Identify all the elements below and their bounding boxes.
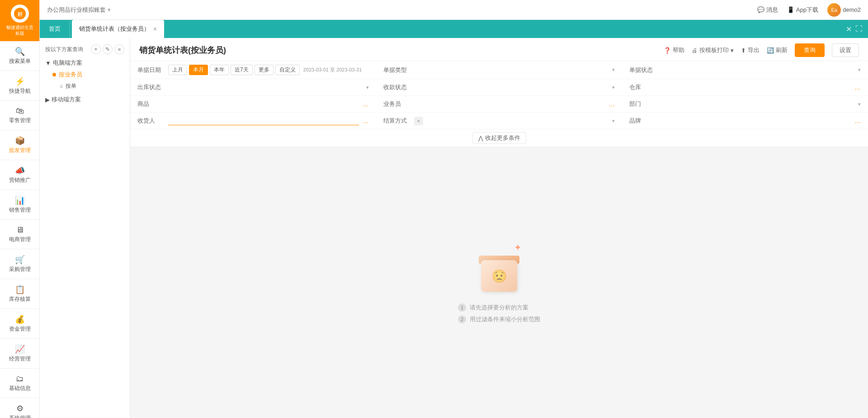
warehouse-input[interactable] — [660, 83, 851, 92]
date-this-month-btn[interactable]: 本月 — [189, 65, 208, 75]
dept-select-wrapper[interactable]: ▾ — [660, 100, 861, 109]
home-label: 首页 — [49, 25, 61, 33]
sidebar-item-nav[interactable]: ⚡ 快捷导航 — [0, 71, 39, 101]
main-area: 办公用品行业模拟账套 ▾ 💬 消息 📱 App下载 Ea demo2 首页 — [40, 0, 868, 418]
sidebar-item-base-info[interactable]: 🗂 基础信息 — [0, 369, 39, 398]
app-download-btn[interactable]: 📱 App下载 — [787, 6, 818, 14]
doc-status-select-wrapper[interactable]: ▾ — [660, 66, 861, 75]
tab-active[interactable]: 销货单统计表（按业务员） × — [72, 20, 164, 38]
avatar: Ea — [827, 3, 841, 17]
doc-type-chevron-icon: ▾ — [612, 67, 615, 73]
sidebar-item-retail[interactable]: 🛍 零售管理 — [0, 101, 39, 130]
sidebar-item-sales[interactable]: 📊 销售管理 — [0, 190, 39, 220]
sidebar-item-system[interactable]: ⚙ 系统管理 — [0, 398, 39, 418]
tree-plan-order[interactable]: ≡ 按单 — [40, 81, 130, 92]
date-this-year-btn[interactable]: 本年 — [210, 65, 229, 75]
page-header: 销货单统计表(按业务员) ❓ 帮助 🖨 按模板打印 ▾ ⬆ 导出 — [130, 38, 868, 61]
product-more-icon[interactable]: … — [363, 100, 369, 108]
sidebar-item-operations[interactable]: 📈 经营管理 — [0, 339, 39, 369]
doc-status-select[interactable] — [660, 66, 856, 75]
date-more-btn[interactable]: 更多 — [255, 65, 274, 75]
date-custom-btn[interactable]: 自定义 — [275, 65, 300, 75]
messages-btn[interactable]: 💬 消息 — [757, 6, 778, 14]
sidebar-item-inventory[interactable]: 📋 库存核算 — [0, 279, 39, 309]
sales-icon: 📊 — [15, 195, 25, 205]
collapse-btn-label: 收起更多条件 — [485, 134, 520, 142]
date-last7-btn[interactable]: 近7天 — [231, 65, 253, 75]
help-btn[interactable]: ❓ 帮助 — [664, 46, 684, 54]
sidebar-item-ecom[interactable]: 🖥 电商管理 — [0, 220, 39, 249]
dept-label: 部门 — [629, 100, 656, 108]
sidebar-item-purchase[interactable]: 🛒 采购管理 — [0, 249, 39, 279]
phone-icon: 📱 — [787, 6, 794, 13]
brand-input[interactable] — [660, 116, 851, 125]
tree-desktop-label: 电脑端方案 — [53, 59, 82, 67]
payment-select-wrapper[interactable]: ▾ — [425, 116, 615, 125]
user-profile-btn[interactable]: Ea demo2 — [827, 3, 861, 17]
doc-status-chevron-icon: ▾ — [858, 67, 861, 73]
tab-bar: 首页 销货单统计表（按业务员） × ✕ ⛶ — [40, 20, 868, 38]
sidebar-item-label: 系统管理 — [9, 414, 31, 418]
tab-close-btn[interactable]: × — [153, 25, 157, 33]
payment-tag-x[interactable]: × — [417, 118, 420, 124]
dept-chevron-icon: ▾ — [858, 101, 861, 107]
filter-dept-cell: 部门 ▾ — [622, 96, 868, 113]
receipt-status-select[interactable] — [414, 83, 610, 92]
consignee-input[interactable] — [168, 116, 359, 125]
star-icon: ✦ — [514, 242, 522, 253]
collapse-panel-btn[interactable]: « — [114, 44, 124, 54]
tree-mobile-group[interactable]: ▶ 移动端方案 — [40, 94, 130, 105]
wholesale-icon: 📦 — [15, 136, 25, 146]
sidebar-item-marketing[interactable]: 📣 营销推广 — [0, 160, 39, 190]
tree-desktop-group[interactable]: ▼ 电脑端方案 — [40, 57, 130, 69]
account-name: 办公用品行业模拟账套 — [47, 6, 106, 14]
collapse-row: ⋀ 收起更多条件 — [130, 129, 868, 147]
product-label: 商品 — [137, 100, 165, 108]
sidebar-item-label: 库存核算 — [9, 295, 31, 303]
window-close-btn[interactable]: ✕ — [846, 25, 852, 33]
edit-plan-btn[interactable]: ✎ — [103, 44, 113, 54]
tree-plan-staff[interactable]: 按业务员 — [40, 69, 130, 81]
tree-mobile-label: 移动端方案 — [52, 95, 81, 104]
out-status-select-wrapper[interactable]: ▾ — [168, 83, 369, 92]
content-area: 按以下方案查询 + ✎ « ▼ 电脑端方案 按业务员 ≡ 按单 ▶ — [40, 38, 868, 418]
help-icon: ❓ — [664, 47, 671, 54]
ecom-icon: 🖥 — [16, 225, 24, 235]
brand-more-icon[interactable]: … — [854, 117, 861, 124]
user-name: demo2 — [843, 6, 861, 13]
account-dropdown[interactable]: 办公用品行业模拟账套 ▾ — [47, 6, 111, 14]
sidebar-item-wholesale[interactable]: 📦 批发管理 — [0, 130, 39, 160]
sidebar-item-search[interactable]: 🔍 搜索菜单 — [0, 41, 39, 71]
warehouse-more-icon[interactable]: … — [854, 84, 861, 91]
template-print-btn[interactable]: 🖨 按模板打印 ▾ — [692, 46, 734, 54]
query-btn[interactable]: 查询 — [795, 43, 825, 57]
dept-select[interactable] — [660, 100, 856, 109]
settings-btn[interactable]: 设置 — [832, 43, 859, 57]
staff-input[interactable] — [414, 100, 605, 109]
payment-select[interactable] — [425, 116, 610, 125]
date-last-month-btn[interactable]: 上月 — [168, 65, 187, 75]
export-btn[interactable]: ⬆ 导出 — [741, 46, 760, 54]
sidebar-item-finance[interactable]: 💰 资金管理 — [0, 309, 39, 339]
tab-home[interactable]: 首页 — [40, 20, 70, 38]
window-max-btn[interactable]: ⛶ — [855, 25, 863, 33]
app-logo: 好 畅捷通好生意 标版 — [0, 0, 40, 41]
messages-label: 消息 — [766, 6, 778, 14]
out-status-select[interactable] — [168, 83, 364, 92]
retail-icon: 🛍 — [16, 106, 24, 116]
product-input[interactable] — [168, 100, 359, 109]
dropdown-arrow-icon: ▾ — [108, 6, 111, 13]
top-bar: 办公用品行业模拟账套 ▾ 💬 消息 📱 App下载 Ea demo2 — [40, 0, 868, 20]
empty-hint-2: 2 用过滤条件来缩小分析范围 — [458, 315, 540, 323]
doc-type-select[interactable] — [414, 66, 610, 75]
doc-type-select-wrapper[interactable]: ▾ — [414, 66, 615, 75]
filter-row-2: 出库状态 ▾ 收款状态 — [130, 79, 868, 96]
receipt-status-select-wrapper[interactable]: ▾ — [414, 83, 615, 92]
refresh-btn[interactable]: 🔄 刷新 — [767, 46, 788, 54]
consignee-more-icon[interactable]: … — [363, 117, 369, 124]
filter-staff-cell: 业务员 … — [376, 96, 622, 113]
staff-more-icon[interactable]: … — [609, 100, 615, 108]
filter-row-4: 收货人 … 结算方式 × — [130, 113, 868, 129]
collapse-conditions-btn[interactable]: ⋀ 收起更多条件 — [472, 132, 526, 144]
add-plan-btn[interactable]: + — [91, 44, 101, 54]
